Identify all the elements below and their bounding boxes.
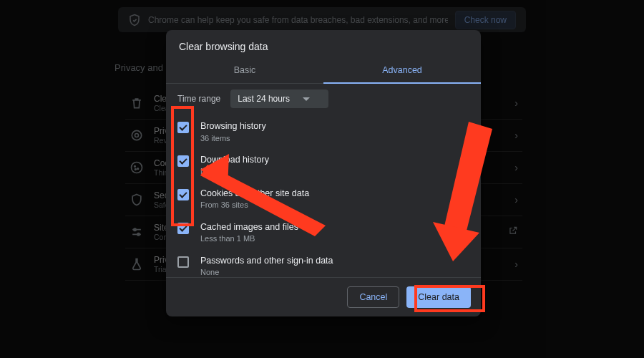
dialog-footer: Cancel Clear data <box>166 277 481 316</box>
checkbox-passwords[interactable] <box>177 256 189 268</box>
clear-data-button[interactable]: Clear data <box>406 286 471 308</box>
caret-down-icon <box>303 97 310 101</box>
time-range-row: Time range Last 24 hours <box>177 90 478 108</box>
option-row-cookies: Cookies and other site dataFrom 36 sites <box>177 183 478 216</box>
option-row-passwords: Passwords and other sign-in dataNone <box>177 250 478 277</box>
clear-browsing-data-dialog: Clear browsing data Basic Advanced Time … <box>166 30 481 316</box>
option-title: Passwords and other sign-in data <box>200 255 333 268</box>
checkbox-cached-images[interactable] <box>177 223 189 234</box>
option-title: Download history <box>200 154 269 167</box>
option-title: Browsing history <box>200 120 266 133</box>
tab-advanced[interactable]: Advanced <box>323 58 481 83</box>
option-sub: From 36 sites <box>200 200 309 211</box>
option-sub: None <box>200 166 269 177</box>
option-title: Cookies and other site data <box>200 188 309 200</box>
option-sub: None <box>200 267 333 277</box>
option-sub: Less than 1 MB <box>200 233 298 244</box>
dialog-body: Time range Last 24 hours Browsing histor… <box>166 84 481 277</box>
option-row-browsing-history: Browsing history36 items <box>177 115 478 149</box>
option-sub: 36 items <box>200 133 266 144</box>
tab-basic[interactable]: Basic <box>166 58 323 83</box>
checkbox-browsing-history[interactable] <box>177 122 189 133</box>
time-range-select[interactable]: Last 24 hours <box>230 90 328 108</box>
option-row-cached-images: Cached images and filesLess than 1 MB <box>177 216 478 250</box>
time-range-value: Last 24 hours <box>238 94 290 104</box>
time-range-label: Time range <box>177 94 220 104</box>
cancel-button[interactable]: Cancel <box>347 286 399 308</box>
checkbox-download-history[interactable] <box>177 155 189 167</box>
dialog-tabs: Basic Advanced <box>166 58 481 84</box>
option-title: Cached images and files <box>200 221 298 234</box>
dialog-title: Clear browsing data <box>166 30 481 58</box>
checkbox-cookies[interactable] <box>177 189 189 200</box>
option-row-download-history: Download historyNone <box>177 149 478 183</box>
